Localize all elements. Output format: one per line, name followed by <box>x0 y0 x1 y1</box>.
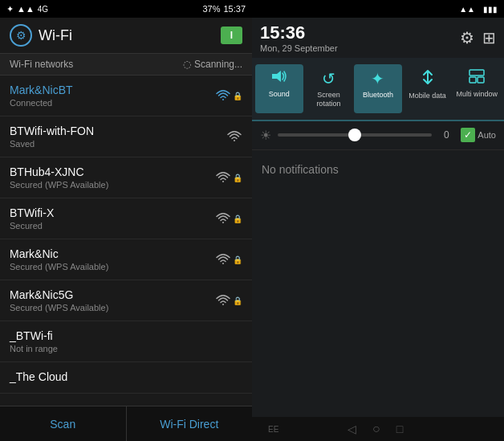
network-item[interactable]: _The Cloud <box>0 362 252 394</box>
bt-icon: ✦ <box>6 4 14 14</box>
status-left: ✦ ▲▲ 4G <box>6 4 48 14</box>
signal-icon: 🔒 <box>215 253 242 266</box>
left-status-bar: ✦ ▲▲ 4G 37% 15:37 <box>0 0 252 18</box>
network-status: Secured <box>10 221 215 231</box>
signal-icon: 🔒 <box>215 294 242 307</box>
signal-icon: 🔒 <box>215 212 242 225</box>
network-info: Mark&Nic Secured (WPS Available) <box>10 247 215 272</box>
signal-icon: ▲▲ <box>17 4 35 14</box>
settings-icon[interactable]: ⚙ <box>460 28 474 47</box>
svg-rect-2 <box>469 70 484 76</box>
network-name: BTWifi-X <box>10 206 215 219</box>
gear-icon: ⚙ <box>16 29 26 42</box>
qs-multi-window-label: Multi window <box>456 90 498 99</box>
wifi-title-row: ⚙ Wi-Fi <box>10 24 72 47</box>
wifi-direct-button[interactable]: Wi-Fi Direct <box>127 406 253 441</box>
network-status: Secured (WPS Available) <box>10 303 215 312</box>
back-icon[interactable]: ◁ <box>348 423 356 435</box>
qs-sound-label: Sound <box>269 90 290 99</box>
qs-mobile-data-button[interactable]: Mobile data <box>404 64 452 113</box>
network-name: Mark&Nic <box>10 247 215 260</box>
status-right: 37% 15:37 <box>202 4 246 14</box>
brightness-row: ☀ 0 ✓ Auto <box>252 121 504 150</box>
svg-rect-3 <box>469 77 476 83</box>
network-status: Secured (WPS Available) <box>10 262 215 272</box>
signal-icon: 🔒 <box>215 89 242 102</box>
svg-rect-4 <box>478 77 484 83</box>
lock-icon: 🔒 <box>233 92 242 100</box>
right-status-bar: ▲▲ ▮▮▮ <box>252 0 504 18</box>
quick-settings-bar: Sound ↺ Screen rotation ✦ Bluetooth Mobi… <box>252 58 504 121</box>
header-action-icons: ⚙ ⊞ <box>460 28 496 47</box>
network-status: Secured (WPS Available) <box>10 180 215 190</box>
lock-icon: 🔒 <box>233 296 242 305</box>
qs-rotation-button[interactable]: ↺ Screen rotation <box>305 64 353 113</box>
signal-icon: 🔒 <box>215 171 242 184</box>
auto-brightness-checkbox[interactable]: ✓ Auto <box>461 128 496 142</box>
time-date-block: 15:36 Mon, 29 September <box>260 22 338 53</box>
network-name: _The Cloud <box>10 370 242 383</box>
sound-icon <box>270 69 288 88</box>
brightness-value: 0 <box>438 129 454 141</box>
wifi-bottom-bar: Scan Wi-Fi Direct <box>0 406 252 441</box>
no-notifications-text: No notifications <box>252 150 504 189</box>
notification-time: 15:36 <box>260 22 338 43</box>
spinner-icon: ◌ <box>183 59 191 70</box>
network-item[interactable]: Mark&NicBT Connected 🔒 <box>0 76 252 116</box>
network-status: Connected <box>10 98 215 108</box>
multi-window-icon <box>469 69 485 88</box>
battery-text: 37% <box>202 4 220 14</box>
qs-sound-button[interactable]: Sound <box>255 64 303 113</box>
wifi-toggle[interactable]: I <box>221 27 242 44</box>
network-info: BTWifi-with-FON Saved <box>10 125 226 149</box>
qs-bluetooth-label: Bluetooth <box>363 91 393 100</box>
4g-icon: 4G <box>38 5 48 14</box>
qs-bluetooth-button[interactable]: ✦ Bluetooth <box>354 64 402 113</box>
bluetooth-icon: ✦ <box>371 69 384 88</box>
network-name: _BTWi-fi <box>10 329 242 342</box>
network-item[interactable]: BTWifi-with-FON Saved <box>0 116 252 157</box>
network-item[interactable]: Mark&Nic5G Secured (WPS Available) 🔒 <box>0 280 252 321</box>
home-icon[interactable]: ○ <box>372 422 380 436</box>
carrier-label: EE <box>268 425 278 434</box>
empty-notifications-label: No notifications <box>262 163 339 176</box>
signal-status-icon: ▲▲ <box>459 5 475 14</box>
battery-status-icon: ▮▮▮ <box>483 5 498 14</box>
brightness-slider[interactable] <box>278 133 432 137</box>
scanning-status: ◌ Scanning... <box>183 59 242 70</box>
rotation-icon: ↺ <box>322 69 335 88</box>
nav-icons: ◁ ○ □ <box>348 422 403 436</box>
network-info: Mark&NicBT Connected <box>10 84 215 108</box>
scan-button[interactable]: Scan <box>0 406 127 441</box>
wifi-header: ⚙ Wi-Fi I <box>0 18 252 54</box>
wifi-title: Wi-Fi <box>39 27 72 44</box>
qs-mobile-data-label: Mobile data <box>408 92 446 100</box>
qs-rotation-label: Screen rotation <box>307 91 352 108</box>
notification-date: Mon, 29 September <box>260 43 338 53</box>
navigation-bar: EE ◁ ○ □ <box>252 417 504 441</box>
network-info: Mark&Nic5G Secured (WPS Available) <box>10 288 215 312</box>
notification-header: 15:36 Mon, 29 September ⚙ ⊞ <box>252 18 504 58</box>
network-name: Mark&NicBT <box>10 84 215 96</box>
network-name: Mark&Nic5G <box>10 288 215 301</box>
lock-icon: 🔒 <box>233 255 242 264</box>
network-info: _The Cloud <box>10 370 242 385</box>
network-item[interactable]: BTWifi-X Secured 🔒 <box>0 198 252 239</box>
time-text: 15:37 <box>223 4 246 14</box>
network-info: BTHub4-XJNC Secured (WPS Available) <box>10 165 215 190</box>
network-item[interactable]: _BTWi-fi Not in range <box>0 321 252 362</box>
signal-icon <box>226 130 242 143</box>
status-icons: ▲▲ ▮▮▮ <box>459 5 498 14</box>
qs-multi-window-button[interactable]: Multi window <box>453 64 501 113</box>
grid-icon[interactable]: ⊞ <box>482 28 496 47</box>
network-item[interactable]: Mark&Nic Secured (WPS Available) 🔒 <box>0 239 252 280</box>
brightness-icon: ☀ <box>260 128 271 143</box>
mobile-data-icon <box>421 69 435 89</box>
networks-label: Wi-Fi networks <box>10 59 73 70</box>
recent-apps-icon[interactable]: □ <box>396 423 403 435</box>
brightness-thumb <box>348 129 361 141</box>
network-name: BTHub4-XJNC <box>10 165 215 178</box>
check-icon: ✓ <box>461 128 475 142</box>
network-item[interactable]: BTHub4-XJNC Secured (WPS Available) 🔒 <box>0 157 252 198</box>
wifi-networks-list: Mark&NicBT Connected 🔒 BTWifi-with-FON S… <box>0 76 252 406</box>
